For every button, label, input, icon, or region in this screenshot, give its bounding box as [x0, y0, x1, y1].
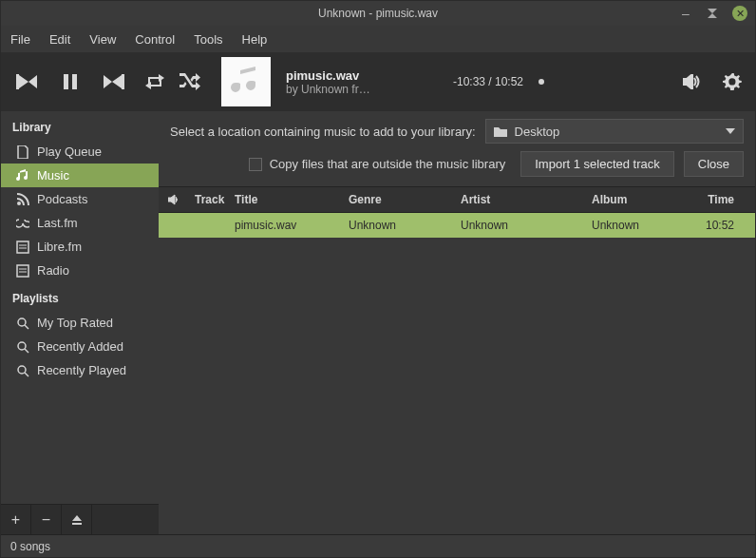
sidebar-header-library: Library [1, 111, 159, 140]
svg-rect-7 [17, 265, 28, 277]
remove-playlist-button[interactable]: − [31, 505, 62, 535]
close-import-button[interactable]: Close [684, 151, 744, 177]
location-value: Desktop [515, 125, 560, 139]
track-row[interactable]: pimusic.wav Unknown Unknown Unknown 10:5… [159, 213, 755, 238]
sidebar-item-top-rated[interactable]: My Top Rated [1, 311, 159, 335]
document-icon [16, 145, 29, 159]
sidebar-toolbar: + − [1, 504, 159, 534]
column-artist[interactable]: Artist [461, 193, 592, 206]
column-track[interactable]: Track [195, 193, 235, 206]
player-bar: pimusic.wav by Unknown fro… -10:33 / 10:… [1, 52, 755, 111]
sidebar: Library Play Queue Music Podcasts Last.f… [1, 111, 159, 534]
eject-icon [71, 514, 83, 526]
volume-button[interactable] [683, 74, 702, 89]
next-button[interactable] [104, 74, 124, 89]
import-button[interactable]: Import 1 selected track [520, 151, 674, 177]
menu-control[interactable]: Control [135, 32, 175, 47]
column-genre[interactable]: Genre [349, 193, 461, 206]
svg-line-13 [25, 349, 28, 353]
lastfm-icon [16, 217, 29, 230]
close-button[interactable]: ✕ [732, 6, 747, 21]
cell-genre: Unknown [349, 219, 461, 232]
checkbox-icon [249, 158, 262, 171]
sidebar-item-label: Podcasts [37, 192, 87, 206]
previous-button[interactable] [16, 74, 37, 89]
menu-file[interactable]: File [10, 32, 30, 47]
copy-files-checkbox[interactable]: Copy files that are outside the music li… [249, 157, 506, 171]
sidebar-item-librefm[interactable]: Libre.fm [1, 235, 159, 259]
track-table-header: Track Title Genre Artist Album Time [159, 186, 755, 213]
repeat-button[interactable] [145, 73, 164, 90]
time-info: -10:33 / 10:52 [453, 75, 601, 88]
titlebar: Unknown - pimusic.wav – ✕ [1, 1, 755, 26]
track-title: pimusic.wav [286, 68, 371, 83]
track-artist: by Unknown fro… [286, 83, 371, 96]
seek-handle[interactable] [539, 79, 544, 85]
cell-title: pimusic.wav [235, 219, 349, 232]
main-panel: Select a location containing music to ad… [159, 111, 755, 534]
cell-album: Unknown [592, 219, 690, 232]
menu-tools[interactable]: Tools [194, 32, 222, 47]
column-album[interactable]: Album [592, 193, 690, 206]
settings-button[interactable] [723, 72, 742, 91]
sidebar-item-label: Recently Added [37, 339, 123, 354]
sidebar-item-label: My Top Rated [37, 316, 113, 330]
column-time[interactable]: Time [690, 193, 755, 206]
minimize-button[interactable]: – [679, 7, 692, 20]
import-prompt-row: Select a location containing music to ad… [159, 111, 755, 147]
location-dropdown[interactable]: Desktop [485, 119, 744, 144]
svg-point-2 [729, 79, 735, 85]
menu-view[interactable]: View [89, 32, 116, 47]
cell-time: 10:52 [690, 219, 755, 232]
svg-point-3 [17, 202, 21, 205]
search-icon [16, 317, 29, 330]
list-icon [16, 241, 29, 254]
track-info: pimusic.wav by Unknown fro… [286, 68, 371, 96]
transport-controls [10, 74, 130, 89]
svg-rect-0 [64, 74, 68, 89]
pause-button[interactable] [64, 74, 77, 89]
svg-point-10 [18, 318, 26, 326]
column-playing[interactable] [168, 194, 195, 205]
column-title[interactable]: Title [235, 193, 349, 206]
sidebar-item-music[interactable]: Music [1, 164, 159, 187]
sidebar-item-play-queue[interactable]: Play Queue [1, 140, 159, 164]
sidebar-item-label: Music [37, 168, 69, 183]
cell-artist: Unknown [461, 219, 592, 232]
right-controls [683, 72, 746, 91]
import-action-row: Copy files that are outside the music li… [159, 147, 755, 186]
menu-help[interactable]: Help [242, 32, 268, 47]
menu-edit[interactable]: Edit [49, 32, 70, 47]
sidebar-item-label: Play Queue [37, 144, 102, 159]
maximize-button[interactable] [706, 7, 719, 20]
sidebar-item-podcasts[interactable]: Podcasts [1, 187, 159, 211]
add-playlist-button[interactable]: + [1, 505, 31, 535]
titlebar-controls: – ✕ [679, 6, 747, 21]
sidebar-item-lastfm[interactable]: Last.fm [1, 211, 159, 235]
content-area: Library Play Queue Music Podcasts Last.f… [1, 111, 755, 534]
svg-point-12 [18, 342, 26, 350]
speaker-icon [168, 194, 180, 205]
shuffle-button[interactable] [180, 73, 200, 90]
sidebar-item-recently-played[interactable]: Recently Played [1, 358, 159, 382]
album-art [221, 57, 271, 106]
sidebar-item-label: Last.fm [37, 216, 78, 230]
search-icon [16, 340, 29, 354]
sidebar-item-label: Libre.fm [37, 240, 82, 254]
sidebar-item-radio[interactable]: Radio [1, 259, 159, 282]
search-icon [16, 364, 29, 377]
track-list: pimusic.wav Unknown Unknown Unknown 10:5… [159, 213, 755, 534]
list-icon [16, 264, 29, 278]
sidebar-item-label: Radio [37, 263, 69, 278]
svg-line-11 [25, 325, 28, 329]
menubar: File Edit View Control Tools Help [1, 26, 755, 52]
svg-line-15 [25, 373, 28, 376]
sidebar-item-recently-added[interactable]: Recently Added [1, 335, 159, 358]
chevron-down-icon [726, 128, 735, 134]
sidebar-header-playlists: Playlists [1, 282, 159, 311]
rss-icon [16, 193, 29, 206]
music-icon [16, 169, 29, 183]
status-text: 0 songs [10, 540, 50, 553]
svg-rect-1 [72, 74, 77, 89]
eject-button[interactable] [62, 505, 92, 535]
